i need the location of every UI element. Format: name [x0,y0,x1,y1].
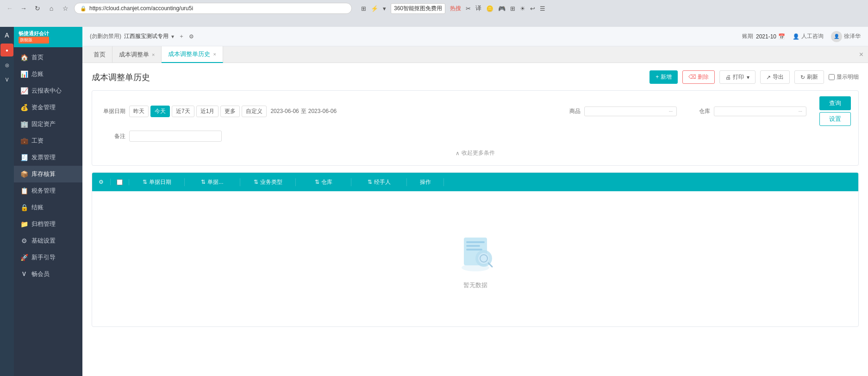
user-icon: 👤 [793,33,799,40]
sidebar-logo: 畅捷通好会计 旗舰版 [14,27,82,47]
show-detail-input[interactable] [829,74,835,80]
th-date[interactable]: ⇅ 单据日期 [129,178,185,186]
sidebar-item-guide[interactable]: 🚀 新手引导 [14,249,82,266]
url-text: https://cloud.chanjet.com/accounting/uru… [89,5,193,12]
game-icon[interactable]: 🎮 [498,5,506,12]
browser-actions: ⊞ ⚡ ▾ 360智能抠图免费用 热搜 ✂ 译 🪙 🎮 ⊞ ☀ ↩ ☰ [361,3,545,14]
sidebar-item-home[interactable]: 🏠 首页 [14,49,82,66]
extensions-icon[interactable]: ⊞ [361,5,366,12]
lightning-icon[interactable]: ⚡ [371,5,378,12]
dropdown-icon[interactable]: ▾ [383,5,386,12]
period-info: 账期 2021-10 📅 [742,32,785,40]
translate-icon[interactable]: 译 [475,4,481,13]
date-btn-month[interactable]: 近1月 [196,106,219,117]
close-all-tabs-btn[interactable]: × [859,50,863,59]
tab-cost-adjust[interactable]: 成本调整单 × [112,46,162,63]
sidebar-label-reports: 云报表中心 [31,87,62,95]
cut-icon[interactable]: ✂ [466,5,471,12]
new-btn[interactable]: + 新增 [649,70,677,84]
company-label: (勿删勿禁用) [90,32,121,40]
search-bar[interactable]: 360智能抠图免费用 [391,3,445,14]
select-all-checkbox[interactable] [117,179,123,185]
query-btn[interactable]: 查询 [819,96,851,110]
logo-text: 畅捷通好会计 [19,31,49,37]
url-bar[interactable]: 🔒 https://cloud.chanjet.com/accounting/u… [74,3,352,14]
sidebar-item-assets[interactable]: 🏢 固定资产 [14,116,82,132]
sidebar-label-assets: 固定资产 [31,120,56,128]
sidebar-label-vip: 畅会员 [31,270,50,278]
sidebar-item-closing[interactable]: 🔒 结账 [14,199,82,216]
icon-bar-item-4[interactable]: V [0,73,13,86]
th-settings[interactable]: ⚙ [92,179,111,185]
warehouse-select[interactable]: ··· [714,107,806,116]
top-bar-right: 账期 2021-10 📅 👤 人工咨询 👤 徐泽华 [742,31,861,42]
th-date-sort: ⇅ [143,179,147,185]
sidebar-label-guide: 新手引导 [31,253,56,262]
date-btn-more[interactable]: 更多 [220,106,240,117]
brightness-icon[interactable]: ☀ [520,5,525,12]
th-operator[interactable]: ⇅ 经手人 [351,178,407,186]
sidebar-item-invoice[interactable]: 🧾 发票管理 [14,149,82,166]
show-detail-checkbox[interactable]: 显示明细 [829,73,859,81]
back-btn[interactable]: ← [5,3,15,13]
period-value: 2021-10 [756,33,776,40]
tab-cost-history-close[interactable]: × [213,51,216,57]
date-btn-yesterday[interactable]: 昨天 [129,106,149,117]
date-btn-7days[interactable]: 近7天 [172,106,194,117]
date-btn-today[interactable]: 今天 [150,106,170,117]
sidebar-item-reports[interactable]: 📈 云报表中心 [14,82,82,99]
remark-input[interactable] [129,131,222,142]
grid-icon[interactable]: ⊞ [510,5,515,12]
payroll-icon: 💼 [20,137,28,144]
undo-icon[interactable]: ↩ [530,5,535,12]
th-type-label: 业务类型 [260,178,282,186]
sidebar-item-ledger[interactable]: 📊 总账 [14,66,82,82]
sidebar-item-funds[interactable]: 💰 资金管理 [14,99,82,116]
th-type[interactable]: ⇅ 业务类型 [240,178,296,186]
refresh-btn[interactable]: ↻ 刷新 [794,70,824,84]
tab-cost-adjust-close[interactable]: × [152,52,155,57]
collapse-label: 收起更多条件 [462,149,495,157]
bookmark-btn[interactable]: ☆ [60,3,70,13]
export-btn[interactable]: ↗ 导出 [760,70,790,84]
sidebar-item-archive[interactable]: 📁 归档管理 [14,216,82,232]
th-number[interactable]: ⇅ 单据... [185,178,240,186]
sidebar-item-inventory[interactable]: 📦 库存核算 [14,166,82,182]
user-info[interactable]: 👤 人工咨询 [793,32,824,40]
funds-icon: 💰 [20,104,28,111]
sidebar-item-vip[interactable]: V 畅会员 [14,266,82,282]
forward-btn[interactable]: → [19,3,29,13]
filter-goods-item: 商品 ··· [555,107,677,116]
reload-btn[interactable]: ↻ [32,3,43,13]
icon-bar-item-3[interactable]: ◎ [0,58,13,71]
collapse-btn[interactable]: ∧ 收起更多条件 [100,146,851,160]
filter-row-2: 备注 [100,131,851,142]
goods-select[interactable]: ··· [584,107,677,116]
print-btn[interactable]: 🖨 🖨 打印 打印 ▾ [719,70,756,84]
menu-icon[interactable]: ☰ [540,5,545,12]
th-type-sort: ⇅ [254,179,258,185]
print-dropdown-icon[interactable]: ▾ [747,74,749,81]
add-company-btn[interactable]: ＋ [179,32,184,40]
date-btn-custom[interactable]: 自定义 [242,106,267,117]
tab-cost-history[interactable]: 成本调整单历史 × [162,46,223,63]
calendar-icon[interactable]: 📅 [778,33,785,40]
delete-btn[interactable]: ⌫ 删除 [682,70,715,84]
filter-settings-btn[interactable]: 设置 [819,112,851,126]
th-check[interactable] [111,179,129,185]
sidebar-item-settings[interactable]: ⚙ 基础设置 [14,232,82,249]
sidebar-item-payroll[interactable]: 💼 工资 [14,132,82,149]
home-btn[interactable]: ⌂ [46,3,56,13]
tab-home[interactable]: 首页 [87,46,112,63]
th-warehouse[interactable]: ⇅ 仓库 [296,178,351,186]
icon-bar-app[interactable]: A [0,29,13,42]
company-settings-icon[interactable]: ⚙ [189,33,194,40]
filter-row-1: 单据日期 昨天 今天 近7天 近1月 更多 自定义 2023-06-06 至 [100,96,851,126]
goods-label: 商品 [555,107,581,115]
icon-bar-active[interactable]: ● [0,44,13,56]
user-profile[interactable]: 👤 徐泽华 [831,31,861,42]
sidebar-item-tax[interactable]: 📋 税务管理 [14,182,82,199]
invoice-icon: 🧾 [20,154,28,161]
company-select[interactable]: (勿删勿禁用) 江西服宝测试专用 ▾ ＋ ⚙ [90,32,194,40]
wallet-icon[interactable]: 🪙 [486,5,493,12]
